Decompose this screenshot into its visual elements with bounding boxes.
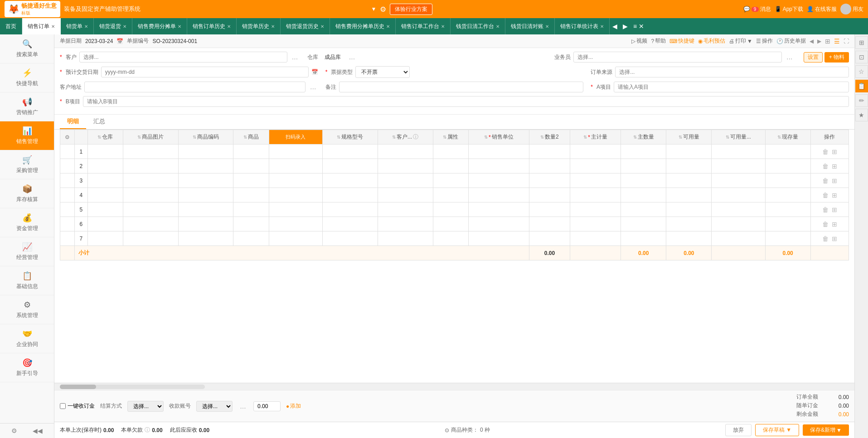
help-btn[interactable]: ? 帮助: [651, 37, 666, 45]
sort-avail2-icon[interactable]: ⇅: [726, 135, 729, 140]
row-7-avail2[interactable]: [712, 231, 765, 246]
row-6-delete-icon[interactable]: 🗑: [821, 221, 829, 228]
row-6-attr[interactable]: [433, 217, 468, 231]
order-source-input[interactable]: [615, 67, 849, 77]
row-2-code[interactable]: [178, 159, 233, 173]
row-4-main-qty[interactable]: [621, 188, 666, 202]
row-1-attr[interactable]: [433, 144, 468, 159]
delivery-date-input[interactable]: [101, 67, 309, 77]
customer-input[interactable]: [79, 52, 287, 63]
row-3-avail[interactable]: [666, 173, 712, 188]
view-btn[interactable]: ▷ 视频: [631, 37, 647, 45]
row-5-unit[interactable]: [468, 202, 529, 217]
save-draft-dropdown-icon[interactable]: ▼: [786, 427, 791, 433]
sort-code-icon[interactable]: ⇅: [193, 135, 196, 140]
row-1-code[interactable]: [178, 144, 233, 159]
tab-home[interactable]: 首页: [0, 18, 22, 34]
row-4-main-unit[interactable]: [570, 188, 621, 202]
row-6-main-qty[interactable]: [621, 217, 666, 231]
row-2-warehouse[interactable]: [87, 159, 123, 173]
row-1-spec[interactable]: [322, 144, 378, 159]
print-dropdown-icon[interactable]: ▼: [747, 38, 752, 44]
save-new-button[interactable]: 保存&新增 ▼: [803, 424, 849, 436]
row-1-qty2[interactable]: [529, 144, 570, 159]
add-goods-button[interactable]: + 物料: [824, 52, 849, 63]
row-6-unit[interactable]: [468, 217, 529, 231]
row-6-warehouse[interactable]: [87, 217, 123, 231]
row-2-qty2[interactable]: [529, 159, 570, 173]
user-btn[interactable]: 用友: [840, 4, 863, 14]
row-2-avail[interactable]: [666, 159, 712, 173]
tab-close-sales-order-workspace[interactable]: ✕: [441, 24, 445, 29]
operation-btn[interactable]: ☰ 操作: [756, 37, 773, 45]
sidebar-item-base-info[interactable]: 📋 基础信息: [0, 266, 54, 295]
row-7-avail[interactable]: [666, 231, 712, 246]
sidebar-settings-btn[interactable]: ⚙: [11, 427, 17, 434]
row-3-main-unit[interactable]: [570, 173, 621, 188]
bank-more-btn[interactable]: …: [238, 403, 248, 410]
print-btn[interactable]: 🖨 打印 ▼: [729, 37, 752, 45]
row-5-warehouse[interactable]: [87, 202, 123, 217]
b-project-input[interactable]: [83, 96, 849, 107]
row-5-goods[interactable]: [233, 202, 269, 217]
row-1-main-qty[interactable]: [621, 144, 666, 159]
row-1-warehouse[interactable]: [87, 144, 123, 159]
row-1-main-unit[interactable]: [570, 144, 621, 159]
sidebar-item-marketing[interactable]: 📢 营销推广: [0, 92, 54, 121]
salesperson-input[interactable]: [573, 52, 782, 63]
row-5-main-unit[interactable]: [570, 202, 621, 217]
app-download-btn[interactable]: 📱 App下载: [775, 5, 803, 13]
row-6-stock[interactable]: [765, 217, 810, 231]
row-4-qty2[interactable]: [529, 188, 570, 202]
float-btn-6[interactable]: ★: [855, 109, 868, 121]
sort-avail-icon[interactable]: ⇅: [679, 135, 682, 140]
row-5-delete-icon[interactable]: 🗑: [821, 206, 829, 213]
row-4-code[interactable]: [178, 188, 233, 202]
row-2-ccode[interactable]: [378, 159, 433, 173]
sort-warehouse-icon[interactable]: ⇅: [97, 135, 101, 140]
row-7-spec[interactable]: [322, 231, 378, 246]
sort-munit-icon[interactable]: ⇅: [583, 135, 587, 140]
row-3-qty2[interactable]: [529, 173, 570, 188]
tab-detail[interactable]: 明细: [60, 115, 86, 129]
float-btn-5[interactable]: ✏: [855, 94, 868, 107]
tab-sales-expense-history[interactable]: 销售费用分摊单历史 ✕: [330, 18, 396, 34]
scroll-thumb[interactable]: [60, 385, 96, 389]
customer-address-input[interactable]: [84, 82, 305, 92]
row-2-main-unit[interactable]: [570, 159, 621, 173]
row-2-delete-icon[interactable]: 🗑: [821, 163, 829, 170]
tab-summary[interactable]: 汇总: [86, 115, 112, 129]
discard-button[interactable]: 放弃: [725, 424, 752, 436]
row-2-stock[interactable]: [765, 159, 810, 173]
sidebar-item-search[interactable]: 🔍 搜索菜单: [0, 34, 54, 63]
row-4-attr[interactable]: [433, 188, 468, 202]
row-4-delete-icon[interactable]: 🗑: [821, 192, 829, 199]
sort-image-icon[interactable]: ⇅: [137, 135, 141, 140]
row-4-stock[interactable]: [765, 188, 810, 202]
sort-spec-icon[interactable]: ⇅: [337, 135, 340, 140]
row-4-avail2[interactable]: [712, 188, 765, 202]
row-1-copy-icon[interactable]: ⊞: [831, 148, 838, 155]
settings-icon[interactable]: ⚙: [380, 5, 386, 14]
remarks-input[interactable]: [339, 82, 584, 92]
row-6-spec[interactable]: [322, 217, 378, 231]
row-5-code[interactable]: [178, 202, 233, 217]
float-btn-2[interactable]: ⊡: [855, 51, 868, 63]
list-view-icon[interactable]: ☰: [834, 38, 840, 45]
row-7-ccode[interactable]: [378, 231, 433, 246]
tab-daily-workspace[interactable]: 钱货日清工作台 ✕: [451, 18, 505, 34]
row-6-main-unit[interactable]: [570, 217, 621, 231]
row-6-goods[interactable]: [233, 217, 269, 231]
sidebar-item-collab[interactable]: 🤝 企业协同: [0, 324, 54, 353]
row-7-warehouse[interactable]: [87, 231, 123, 246]
customer-more-btn[interactable]: …: [290, 53, 300, 61]
dropdown-arrow-icon[interactable]: ▼: [371, 6, 376, 12]
row-1-unit[interactable]: [468, 144, 529, 159]
row-7-qty2[interactable]: [529, 231, 570, 246]
save-new-dropdown-icon[interactable]: ▼: [836, 427, 842, 433]
profit-btn[interactable]: ◉ 毛利预估: [698, 37, 725, 45]
sort-goods-icon[interactable]: ⇅: [243, 135, 247, 140]
tab-sales-expense[interactable]: 销售费用分摊单 ✕: [132, 18, 187, 34]
sidebar-item-sales[interactable]: 📊 销售管理: [0, 121, 54, 150]
nav-prev-record-icon[interactable]: ◀: [810, 38, 814, 44]
